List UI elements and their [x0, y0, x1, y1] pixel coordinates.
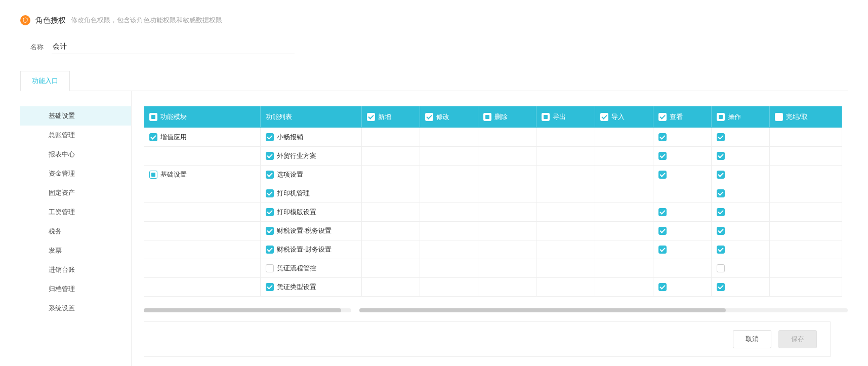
perm-checkbox[interactable]: [658, 227, 667, 235]
col-header-checkbox[interactable]: [717, 113, 725, 121]
perm-cell: [711, 222, 769, 240]
col-header-checkbox[interactable]: [542, 113, 550, 121]
perm-checkbox[interactable]: [717, 283, 725, 291]
function-cell: 打印机管理: [261, 184, 362, 203]
sidebar-item-5[interactable]: 工资管理: [20, 202, 131, 222]
perm-cell: [420, 184, 478, 203]
perm-checkbox[interactable]: [658, 208, 667, 216]
perm-cell: [653, 184, 711, 203]
sidebar-item-3[interactable]: 资金管理: [20, 164, 131, 183]
col-header-checkbox[interactable]: [149, 113, 157, 121]
col-header-checkbox[interactable]: [483, 113, 491, 121]
perm-cell: [770, 203, 842, 222]
col-header-8[interactable]: 操作: [711, 106, 769, 128]
function-checkbox[interactable]: [266, 246, 274, 254]
sidebar-item-6[interactable]: 税务: [20, 222, 131, 241]
table-row: 打印机管理: [144, 184, 842, 203]
permission-table-wrap[interactable]: 功能模块功能列表新增修改删除导出导入查看操作完结/取 增值应用小畅报销外贸行业方…: [144, 106, 848, 306]
tab-function-entry[interactable]: 功能入口: [20, 71, 70, 91]
col-header-2[interactable]: 新增: [362, 106, 420, 128]
col-header-9[interactable]: 完结/取: [770, 106, 842, 128]
module-checkbox[interactable]: [149, 171, 157, 179]
col-header-3[interactable]: 修改: [420, 106, 478, 128]
horizontal-scrollbar[interactable]: [144, 306, 848, 316]
perm-checkbox[interactable]: [658, 283, 667, 291]
col-header-0[interactable]: 功能模块: [144, 106, 261, 128]
module-cell: [144, 278, 261, 297]
module-checkbox[interactable]: [149, 133, 157, 141]
perm-checkbox[interactable]: [717, 171, 725, 179]
col-header-1[interactable]: 功能列表: [261, 106, 362, 128]
perm-checkbox[interactable]: [717, 246, 725, 254]
function-checkbox[interactable]: [266, 133, 274, 141]
perm-checkbox[interactable]: [717, 227, 725, 235]
col-header-checkbox[interactable]: [367, 113, 375, 121]
perm-checkbox[interactable]: [658, 152, 667, 160]
perm-checkbox[interactable]: [658, 171, 667, 179]
function-checkbox[interactable]: [266, 189, 274, 197]
perm-cell: [420, 166, 478, 184]
sidebar-item-9[interactable]: 归档管理: [20, 279, 131, 299]
col-header-checkbox[interactable]: [775, 113, 783, 121]
function-cell: 财税设置-财务设置: [261, 240, 362, 259]
module-cell: [144, 203, 261, 222]
table-row: 财税设置-财务设置: [144, 240, 842, 259]
perm-checkbox[interactable]: [717, 133, 725, 141]
perm-cell: [536, 259, 595, 278]
col-header-checkbox[interactable]: [425, 113, 433, 121]
sidebar-item-0[interactable]: 基础设置: [20, 106, 131, 126]
perm-cell: [478, 166, 536, 184]
table-row: 打印模版设置: [144, 203, 842, 222]
sidebar-item-7[interactable]: 发票: [20, 241, 131, 260]
cancel-button[interactable]: 取消: [733, 330, 771, 348]
save-button[interactable]: 保存: [778, 330, 817, 348]
col-header-6[interactable]: 导入: [595, 106, 653, 128]
module-cell: [144, 147, 261, 166]
function-checkbox[interactable]: [266, 283, 274, 291]
module-cell: [144, 184, 261, 203]
sidebar-item-10[interactable]: 系统设置: [20, 299, 131, 318]
perm-cell: [770, 222, 842, 240]
col-header-label: 修改: [436, 113, 449, 120]
col-header-checkbox[interactable]: [600, 113, 608, 121]
name-row: 名称: [30, 39, 848, 54]
perm-cell: [711, 147, 769, 166]
perm-cell: [478, 128, 536, 147]
perm-checkbox[interactable]: [658, 246, 667, 254]
module-label: 基础设置: [160, 171, 187, 178]
sidebar-item-2[interactable]: 报表中心: [20, 145, 131, 164]
name-input[interactable]: [52, 39, 295, 54]
perm-cell: [770, 184, 842, 203]
function-label: 凭证类型设置: [277, 283, 316, 291]
col-header-5[interactable]: 导出: [536, 106, 595, 128]
function-checkbox[interactable]: [266, 152, 274, 160]
col-header-7[interactable]: 查看: [653, 106, 711, 128]
function-cell: 凭证类型设置: [261, 278, 362, 297]
function-checkbox[interactable]: [266, 208, 274, 216]
perm-checkbox[interactable]: [658, 133, 667, 141]
perm-checkbox[interactable]: [717, 152, 725, 160]
perm-cell: [653, 203, 711, 222]
perm-cell: [595, 166, 653, 184]
module-cell: 增值应用: [144, 128, 261, 147]
perm-cell: [362, 203, 420, 222]
perm-cell: [536, 147, 595, 166]
sidebar-item-1[interactable]: 总账管理: [20, 126, 131, 145]
col-header-checkbox[interactable]: [658, 113, 667, 121]
perm-cell: [653, 259, 711, 278]
perm-checkbox[interactable]: [717, 208, 725, 216]
col-header-4[interactable]: 删除: [478, 106, 536, 128]
function-checkbox[interactable]: [266, 171, 274, 179]
perm-checkbox[interactable]: [717, 189, 725, 197]
sidebar-item-4[interactable]: 固定资产: [20, 183, 131, 202]
perm-cell: [362, 259, 420, 278]
function-cell: 外贸行业方案: [261, 147, 362, 166]
perm-cell: [420, 128, 478, 147]
function-label: 小畅报销: [277, 133, 303, 141]
module-cell: [144, 259, 261, 278]
sidebar-item-8[interactable]: 进销台账: [20, 260, 131, 279]
perm-cell: [478, 222, 536, 240]
function-checkbox[interactable]: [266, 264, 274, 272]
function-checkbox[interactable]: [266, 227, 274, 235]
perm-checkbox[interactable]: [717, 264, 725, 272]
